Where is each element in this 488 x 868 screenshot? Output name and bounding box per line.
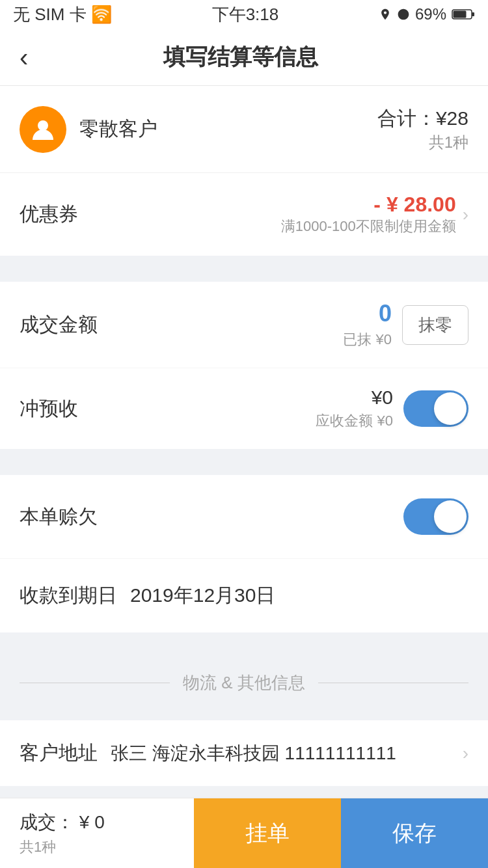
total-count: 共1种 [377, 132, 468, 153]
pre-collect-row: 冲预收 ¥0 应收金额 ¥0 [0, 368, 488, 449]
debt-toggle-knob [434, 500, 467, 533]
pre-collect-label: 冲预收 [20, 396, 316, 422]
debt-toggle[interactable] [403, 498, 468, 535]
customer-section: 零散客户 合计：¥28 共1种 优惠券 - ¥ 28.00 满1000-100不… [0, 86, 488, 256]
amount-sub: 已抹 ¥0 [343, 330, 392, 349]
save-button[interactable]: 保存 [341, 798, 488, 868]
svg-rect-2 [454, 11, 467, 18]
status-time: 下午3:18 [212, 3, 279, 26]
status-bar: 无 SIM 卡 🛜 下午3:18 69% [0, 0, 488, 29]
back-button[interactable]: ‹ [20, 44, 28, 70]
status-right: 69% [379, 5, 475, 23]
page-title: 填写结算等信息 [41, 42, 440, 72]
toggle-knob [434, 392, 467, 425]
nav-bar: ‹ 填写结算等信息 [0, 29, 488, 86]
coupon-description: 满1000-100不限制使用金额 [281, 217, 456, 236]
logistics-label: 物流 & 其他信息 [183, 671, 305, 694]
address-section: 客户地址 张三 海淀永丰科技园 11111111111 › [0, 720, 488, 786]
person-icon [30, 116, 56, 142]
transaction-label: 成交金额 [20, 312, 343, 338]
location-icon [379, 8, 392, 21]
transaction-amount[interactable]: 0 [343, 300, 392, 327]
address-label: 客户地址 [20, 740, 98, 766]
battery-text: 69% [415, 5, 446, 23]
address-value: 张三 海淀永丰科技园 11111111111 [111, 741, 463, 766]
divider-3 [0, 645, 488, 658]
round-zero-button[interactable]: 抹零 [402, 305, 468, 345]
divider-1 [0, 269, 488, 282]
address-chevron-icon: › [463, 743, 468, 764]
transaction-row: 成交金额 0 已抹 ¥0 抹零 [0, 282, 488, 368]
hang-order-button[interactable]: 挂单 [194, 798, 341, 868]
customer-total: 合计：¥28 共1种 [377, 105, 468, 153]
pre-collect-right: ¥0 应收金额 ¥0 [316, 387, 468, 431]
chevron-right-icon: › [463, 204, 468, 225]
coupon-row[interactable]: 优惠券 - ¥ 28.00 满1000-100不限制使用金额 › [0, 172, 488, 256]
customer-avatar [20, 106, 66, 153]
receivable-text: 应收金额 ¥0 [316, 411, 393, 431]
coupon-right: - ¥ 28.00 满1000-100不限制使用金额 › [281, 193, 468, 236]
pre-amount: ¥0 [316, 387, 393, 409]
total-amount: 合计：¥28 [377, 105, 468, 132]
divider-2 [0, 462, 488, 475]
battery-icon [452, 8, 475, 21]
transaction-right: 0 已抹 ¥0 抹零 [343, 300, 468, 349]
footer-deal-label: 成交： [20, 812, 74, 832]
pre-collect-toggle[interactable] [403, 390, 468, 427]
footer-summary: 成交： ¥ 0 共1种 [0, 798, 194, 868]
pre-collect-amounts: ¥0 应收金额 ¥0 [316, 387, 393, 431]
svg-point-3 [38, 120, 48, 131]
coupon-label: 优惠券 [20, 201, 281, 228]
address-row[interactable]: 客户地址 张三 海淀永丰科技园 11111111111 › [0, 720, 488, 786]
debt-label: 本单赊欠 [20, 504, 403, 530]
amount-group: 0 已抹 ¥0 [343, 300, 392, 349]
status-left: 无 SIM 卡 🛜 [13, 3, 112, 26]
footer-deal: 成交： ¥ 0 [20, 810, 174, 835]
debt-section: 本单赊欠 收款到期日 2019年12月30日 [0, 475, 488, 632]
footer-deal-amount: ¥ 0 [79, 812, 105, 832]
due-date-row: 收款到期日 2019年12月30日 [0, 558, 488, 632]
coupon-discount: - ¥ 28.00 [281, 193, 456, 217]
due-date-value: 2019年12月30日 [130, 582, 275, 609]
signal-text: 无 SIM 卡 🛜 [13, 3, 112, 26]
due-date-label: 收款到期日 [20, 582, 117, 609]
bottom-footer: 成交： ¥ 0 共1种 挂单 保存 [0, 798, 488, 868]
logistics-divider: 物流 & 其他信息 [0, 658, 488, 707]
debt-row: 本单赊欠 [0, 475, 488, 558]
svg-rect-1 [472, 12, 474, 16]
logistics-line-right [318, 683, 468, 683]
customer-row: 零散客户 合计：¥28 共1种 [0, 86, 488, 172]
divider-4 [0, 707, 488, 720]
transaction-section: 成交金额 0 已抹 ¥0 抹零 冲预收 ¥0 应收金额 ¥0 [0, 282, 488, 449]
logistics-line-left [20, 683, 170, 683]
alarm-icon [397, 8, 410, 21]
footer-count: 共1种 [20, 837, 174, 857]
customer-name: 零散客户 [79, 116, 377, 142]
